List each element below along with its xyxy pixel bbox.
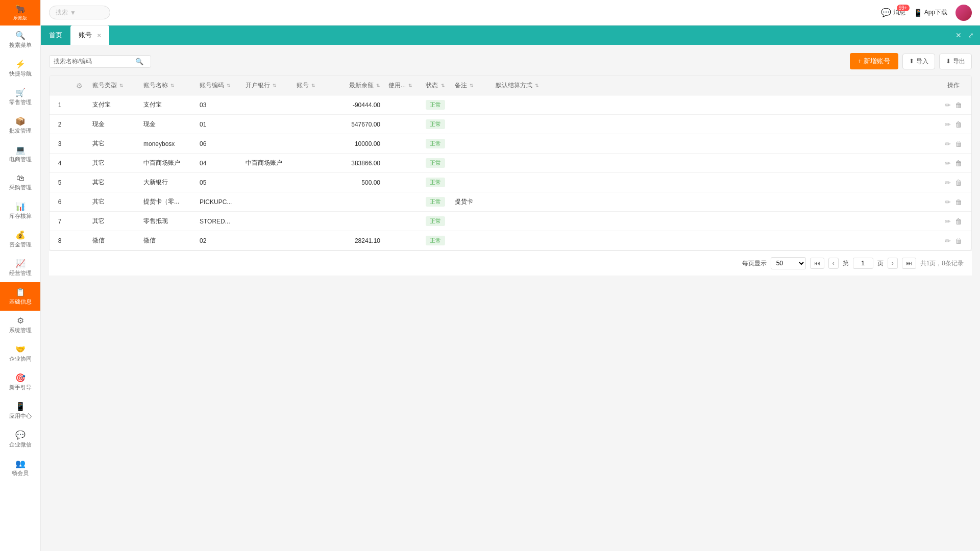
delete-icon[interactable]: 🗑	[955, 237, 962, 245]
cell-balance: 500.00	[333, 173, 384, 192]
delete-icon[interactable]: 🗑	[955, 179, 962, 187]
delete-icon[interactable]: 🗑	[955, 198, 962, 206]
edit-icon[interactable]: ✏	[945, 120, 951, 129]
col-header-payment[interactable]: 默认结算方式 ⇅	[492, 76, 936, 95]
search-icon: 🔍	[135, 58, 143, 65]
search-input[interactable]	[54, 58, 135, 65]
system-icon: ⚙	[17, 316, 24, 325]
search-input-wrap[interactable]: 🔍	[49, 55, 151, 68]
import-button[interactable]: ⬆ 导入	[902, 54, 935, 69]
col-header-type[interactable]: 账号类型 ⇅	[88, 76, 139, 95]
tab-close-icon[interactable]: ✕	[953, 30, 964, 40]
col-header-name[interactable]: 账号名称 ⇅	[139, 76, 195, 95]
sidebar-nav: 🔍搜索菜单⚡快捷导航🛒零售管理📦批发管理💻电商管理🛍采购管理📊库存核算💰资金管理…	[0, 26, 40, 551]
delete-icon[interactable]: 🗑	[955, 140, 962, 148]
toolbar-right: + 新增账号 ⬆ 导入 ⬇ 导出	[850, 53, 972, 69]
sidebar-item-ecommerce[interactable]: 💻电商管理	[0, 140, 40, 168]
edit-icon[interactable]: ✏	[945, 101, 951, 109]
edit-icon[interactable]: ✏	[945, 140, 951, 148]
tab-home-label: 首页	[49, 31, 62, 40]
cell-name: 微信	[139, 231, 195, 251]
delete-icon[interactable]: 🗑	[955, 217, 962, 226]
sidebar-item-wholesale[interactable]: 📦批发管理	[0, 111, 40, 140]
account-table: ⚙ 账号类型 ⇅ 账号名称 ⇅ 账号编码 ⇅ 开户银行 ⇅ 账号 ⇅ 最新余额 …	[49, 76, 972, 251]
edit-icon[interactable]: ✏	[945, 179, 951, 187]
cell-bank	[241, 212, 292, 231]
sidebar-item-finance[interactable]: 💰资金管理	[0, 225, 40, 254]
export-button[interactable]: ⬇ 导出	[939, 54, 972, 69]
sidebar-item-appcenter[interactable]: 📱应用中心	[0, 396, 40, 425]
cell-balance: 10000.00	[333, 134, 384, 154]
edit-icon[interactable]: ✏	[945, 217, 951, 226]
page-first-button[interactable]: ⏮	[810, 258, 824, 269]
sidebar-item-search[interactable]: 🔍搜索菜单	[0, 26, 40, 54]
table-row: 3 其它 moneybosx 06 10000.00 正常 ✏ 🗑	[50, 134, 971, 154]
sidebar-item-quick[interactable]: ⚡快捷导航	[0, 54, 40, 83]
col-header-status[interactable]: 状态 ⇅	[420, 76, 451, 95]
cell-config	[70, 173, 88, 192]
gear-icon[interactable]: ⚙	[76, 82, 83, 90]
sidebar-item-member[interactable]: 👥畅会员	[0, 454, 40, 482]
col-header-balance[interactable]: 最新余额 ⇅	[333, 76, 384, 95]
per-page-select[interactable]: 2050100	[771, 257, 806, 269]
delete-icon[interactable]: 🗑	[955, 120, 962, 129]
guide-icon: 🎯	[15, 373, 26, 383]
cell-config	[70, 212, 88, 231]
cell-account	[292, 173, 333, 192]
sidebar-item-wecom[interactable]: 💬企业微信	[0, 425, 40, 454]
app-download-button[interactable]: 📱 App下载	[914, 8, 947, 17]
page-last-button[interactable]: ⏭	[902, 258, 916, 269]
cell-code: 04	[195, 154, 241, 173]
sidebar-item-system[interactable]: ⚙系统管理	[0, 311, 40, 339]
top-search-box[interactable]: 搜索 ▼	[49, 6, 110, 19]
col-header-usage[interactable]: 使用... ⇅	[384, 76, 420, 95]
cell-name: 支付宝	[139, 95, 195, 115]
cell-status: 正常	[420, 95, 451, 115]
content-area: 🔍 + 新增账号 ⬆ 导入 ⬇ 导出	[41, 45, 980, 551]
tab-account[interactable]: 账号✕	[70, 26, 109, 45]
cell-seq: 6	[50, 192, 70, 212]
cell-action: ✏ 🗑	[936, 192, 971, 212]
message-button[interactable]: 💬 消息 99+	[881, 8, 905, 17]
cell-type: 其它	[88, 154, 139, 173]
edit-icon[interactable]: ✏	[945, 198, 951, 206]
cell-status: 正常	[420, 154, 451, 173]
business-icon: 📈	[15, 259, 26, 268]
cell-payment	[492, 134, 936, 154]
sidebar-item-inventory[interactable]: 📊库存核算	[0, 196, 40, 225]
sidebar-item-guide[interactable]: 🎯新手引导	[0, 368, 40, 396]
tab-home[interactable]: 首页	[41, 26, 70, 45]
sidebar-item-label: 新手引导	[9, 384, 32, 391]
cell-type: 微信	[88, 231, 139, 251]
col-header-config[interactable]: ⚙	[70, 76, 88, 95]
cell-note	[451, 212, 492, 231]
page-prev-button[interactable]: ‹	[828, 258, 839, 269]
sidebar-item-purchase[interactable]: 🛍采购管理	[0, 168, 40, 196]
col-header-bank[interactable]: 开户银行 ⇅	[241, 76, 292, 95]
page-label2: 页	[877, 259, 884, 268]
sidebar-item-agreement[interactable]: 🤝企业协同	[0, 339, 40, 368]
col-header-account[interactable]: 账号 ⇅	[292, 76, 333, 95]
sidebar-item-business[interactable]: 📈经营管理	[0, 254, 40, 282]
page-next-button[interactable]: ›	[888, 258, 898, 269]
status-badge: 正常	[426, 178, 445, 187]
add-account-button[interactable]: + 新增账号	[850, 53, 898, 69]
sidebar-item-basic[interactable]: 📋基础信息	[0, 282, 40, 311]
tab-account-close[interactable]: ✕	[97, 33, 101, 38]
main-area: 搜索 ▼ 💬 消息 99+ 📱 App下载 首页账号✕✕⤢ 🔍	[41, 0, 980, 551]
sidebar-item-label: 零售管理	[9, 98, 32, 106]
cell-usage	[384, 154, 420, 173]
tab-expand-icon[interactable]: ⤢	[966, 30, 976, 40]
edit-icon[interactable]: ✏	[945, 237, 951, 245]
page-input[interactable]	[853, 258, 873, 269]
cell-bank	[241, 95, 292, 115]
cell-seq: 3	[50, 134, 70, 154]
sidebar-item-retail[interactable]: 🛒零售管理	[0, 83, 40, 111]
delete-icon[interactable]: 🗑	[955, 159, 962, 167]
col-header-note[interactable]: 备注 ⇅	[451, 76, 492, 95]
cell-name: 零售抵现	[139, 212, 195, 231]
delete-icon[interactable]: 🗑	[955, 101, 962, 109]
col-header-code[interactable]: 账号编码 ⇅	[195, 76, 241, 95]
edit-icon[interactable]: ✏	[945, 159, 951, 167]
avatar[interactable]	[955, 5, 972, 21]
